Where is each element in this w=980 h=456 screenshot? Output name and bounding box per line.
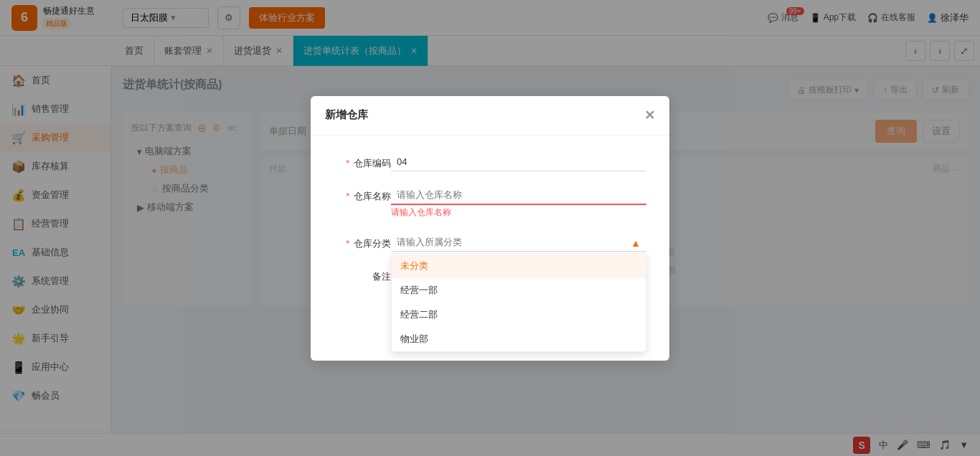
modal-header: 新增仓库 ✕ [311,96,669,136]
dropdown-item-dept1[interactable]: 经营一部 [392,278,646,303]
category-dropdown: 未分类 经营一部 经营二部 物业部 [391,253,646,352]
name-field: 请输入仓库名称 [391,186,646,219]
name-error-text: 请输入仓库名称 [391,206,646,219]
modal-body: * 仓库编码 * 仓库名称 请输入仓库名称 [311,136,669,316]
code-input[interactable] [391,153,646,171]
name-label: * 仓库名称 [334,186,391,203]
code-field-row: * 仓库编码 [334,153,646,171]
category-input[interactable] [391,233,646,252]
modal-close-icon[interactable]: ✕ [644,108,655,123]
code-label: * 仓库编码 [334,153,391,170]
category-field-row: * 仓库分类 ▲ 未分类 经营一部 经营二部 物业部 [334,233,646,252]
dropdown-item-dept3[interactable]: 物业部 [392,327,646,351]
code-field [391,153,646,171]
dropdown-item-unclassified[interactable]: 未分类 [392,254,646,278]
note-label: 备注 [334,266,391,283]
modal-overlay: 新增仓库 ✕ * 仓库编码 * 仓库名称 [0,0,980,456]
category-label: * 仓库分类 [334,233,391,250]
category-chevron-up-icon[interactable]: ▲ [631,237,641,249]
modal-title: 新增仓库 [325,108,368,122]
name-field-row: * 仓库名称 请输入仓库名称 [334,186,646,219]
category-field: ▲ 未分类 经营一部 经营二部 物业部 [391,233,646,252]
dropdown-item-dept2[interactable]: 经营二部 [392,303,646,327]
name-input[interactable] [391,186,646,205]
new-warehouse-modal: 新增仓库 ✕ * 仓库编码 * 仓库名称 [311,96,669,361]
